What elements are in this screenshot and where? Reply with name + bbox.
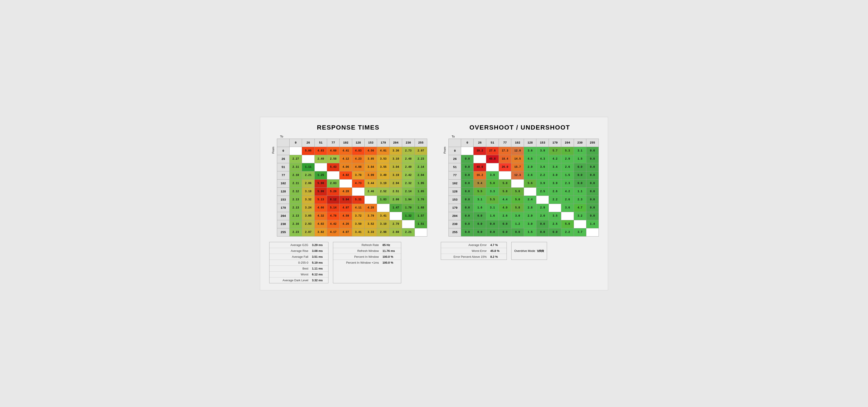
- heatmap-cell: 0.0: [536, 220, 549, 228]
- col-header: 102: [511, 138, 524, 147]
- heatmap-cell: 3.05: [302, 212, 314, 220]
- stat-value: 85 Hz: [381, 242, 401, 248]
- heatmap-cell: 2.23: [289, 228, 302, 236]
- overshoot-matrix-wrapper: To From 0265177102128153179204230255039.…: [441, 135, 599, 237]
- table-row: 510.040.026.015.72.93.63.42.60.00.0: [449, 163, 599, 171]
- heatmap-cell: 5.8: [499, 179, 511, 187]
- heatmap-cell: 2.48: [402, 155, 414, 163]
- col-header: 51: [314, 138, 327, 147]
- heatmap-cell: 4.2: [549, 155, 561, 163]
- heatmap-cell: 2.2: [549, 196, 561, 204]
- heatmap-cell: 9.4: [473, 179, 486, 187]
- heatmap-cell: [461, 147, 473, 155]
- heatmap-cell: 2.14: [402, 187, 414, 196]
- heatmap-cell: [377, 204, 390, 212]
- heatmap-cell: 4.07: [340, 228, 352, 236]
- stat-value: 8.2 %: [489, 254, 506, 259]
- heatmap-cell: 3.36: [390, 147, 402, 155]
- table-row: 2042.133.054.324.784.593.723.793.411.321…: [277, 212, 427, 220]
- heatmap-cell: [302, 155, 314, 163]
- heatmap-cell: 2.46: [365, 187, 377, 196]
- col-header: 230: [574, 138, 586, 147]
- heatmap-cell: 3.6: [536, 163, 549, 171]
- heatmap-cell: 4.83: [352, 147, 364, 155]
- row-header: 26: [277, 155, 289, 163]
- heatmap-cell: 2.98: [377, 228, 390, 236]
- heatmap-cell: 1.5: [524, 228, 536, 236]
- heatmap-cell: 5.06: [302, 147, 314, 155]
- heatmap-cell: 5.84: [340, 196, 352, 204]
- table-row: 05.064.834.604.414.834.564.013.362.732.9…: [277, 147, 427, 155]
- heatmap-cell: [561, 212, 574, 220]
- row-header: 153: [277, 196, 289, 204]
- heatmap-cell: 3.41: [377, 212, 390, 220]
- heatmap-cell: 2.4: [524, 196, 536, 204]
- table-row: 2302.162.934.024.424.263.503.523.102.791…: [277, 220, 427, 228]
- heatmap-cell: 3.50: [352, 220, 364, 228]
- heatmap-cell: 12.3: [511, 171, 524, 179]
- heatmap-cell: 3.1: [473, 196, 486, 204]
- heatmap-cell: 0.0: [461, 228, 473, 236]
- stat-value: 3.32 ms: [310, 277, 328, 283]
- overshoot-from-label: From: [443, 147, 446, 154]
- heatmap-cell: 1.1: [574, 187, 586, 196]
- heatmap-cell: 2.11: [289, 163, 302, 171]
- stat-label: Average G2G: [270, 242, 310, 248]
- stat-row: Best1.11 ms: [270, 266, 328, 272]
- heatmap-cell: 3.53: [377, 155, 390, 163]
- heatmap-cell: 3.2: [574, 212, 586, 220]
- row-header: 179: [277, 204, 289, 212]
- heatmap-cell: 5.0: [486, 179, 499, 187]
- heatmap-cell: 0.0: [461, 187, 473, 196]
- heatmap-cell: 0.0: [549, 228, 561, 236]
- heatmap-cell: 2.73: [402, 147, 414, 155]
- heatmap-cell: 5.14: [327, 204, 340, 212]
- stat-value: 100.0 %: [381, 254, 401, 259]
- heatmap-cell: 3.55: [377, 163, 390, 171]
- heatmap-cell: 2.21: [302, 171, 314, 179]
- overshoot-to-label: To: [452, 135, 599, 138]
- heatmap-cell: 1.57: [414, 212, 427, 220]
- heatmap-cell: 1.32: [402, 212, 414, 220]
- heatmap-cell: 1.5: [561, 171, 574, 179]
- heatmap-cell: 2.6: [561, 163, 574, 171]
- heatmap-cell: 6.12: [327, 196, 340, 204]
- heatmap-cell: 1.85: [414, 187, 427, 196]
- heatmap-cell: 2.52: [377, 187, 390, 196]
- overdrive-mode-box: Overdrive ModeVRR: [511, 242, 547, 260]
- heatmap-cell: 3.7: [574, 228, 586, 236]
- heatmap-cell: 5.6: [524, 179, 536, 187]
- heatmap-cell: 0.0: [486, 220, 499, 228]
- heatmap-cell: 3.0: [511, 212, 524, 220]
- stat-value: 100.0 %: [381, 260, 401, 265]
- row-header: 255: [277, 228, 289, 236]
- heatmap-cell: 2.97: [414, 147, 427, 155]
- heatmap-cell: 5.8: [511, 187, 524, 196]
- col-header: 77: [327, 138, 340, 147]
- row-header: 204: [277, 212, 289, 220]
- heatmap-cell: 5.31: [352, 196, 364, 204]
- stat-row: Refresh Window11.76 ms: [333, 248, 401, 254]
- heatmap-cell: 4.11: [352, 204, 364, 212]
- heatmap-cell: [402, 220, 414, 228]
- heatmap-cell: 4.5: [524, 155, 536, 163]
- row-header: 128: [277, 187, 289, 196]
- heatmap-cell: 2.13: [289, 212, 302, 220]
- table-row: 262.272.492.584.124.233.853.533.102.482.…: [277, 155, 427, 163]
- heatmap-cell: 1.11: [302, 163, 314, 171]
- stat-label: Average Rise: [270, 248, 310, 254]
- stat-value: 45.8 %: [489, 248, 506, 254]
- heatmap-cell: 1.25: [314, 171, 327, 179]
- stat-label: Worst Error: [441, 248, 489, 254]
- heatmap-cell: 2.13: [289, 196, 302, 204]
- heatmap-cell: 3.24: [302, 204, 314, 212]
- col-header: 51: [486, 138, 499, 147]
- table-row: 1530.03.15.54.45.02.42.22.62.30.0: [449, 196, 599, 204]
- heatmap-cell: 27.6: [486, 147, 499, 155]
- col-header: 255: [586, 138, 598, 147]
- heatmap-cell: 2.9: [536, 204, 549, 212]
- response-stats-section: Average G2G3.29 msAverage Rise3.08 msAve…: [269, 242, 427, 283]
- heatmap-cell: 2.04: [414, 171, 427, 179]
- heatmap-cell: 2.11: [289, 179, 302, 187]
- overdrive-mode-value: VRR: [537, 249, 544, 253]
